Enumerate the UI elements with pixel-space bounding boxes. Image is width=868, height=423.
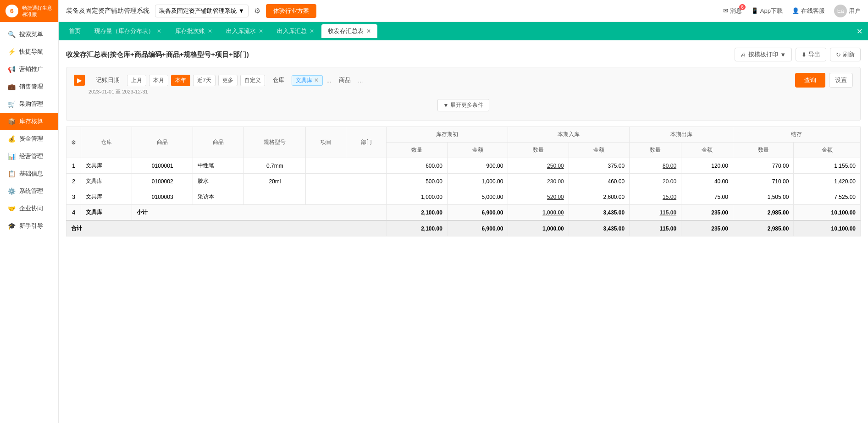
experience-button[interactable]: 体验行业方案 xyxy=(266,4,316,18)
row-dept xyxy=(346,158,387,174)
warehouse-tag[interactable]: 文具库 ✕ xyxy=(292,75,323,86)
sidebar-header[interactable]: 6 畅捷通好生意 标准版 xyxy=(0,0,58,22)
setting-button[interactable]: 设置 xyxy=(829,73,853,88)
product-more[interactable]: ... xyxy=(358,77,363,84)
total-close-qty: 2,985.00 xyxy=(733,220,793,236)
filter-toggle-button[interactable]: ▶ xyxy=(74,75,85,86)
name-column-header: 商品 xyxy=(193,127,243,158)
total-open-amt: 6,900.00 xyxy=(447,220,508,236)
date-range-display: 2023-01-01 至 2023-12-31 xyxy=(88,89,148,94)
row-spec xyxy=(244,189,306,205)
row-spec: 20ml xyxy=(244,174,306,189)
subtotal-warehouse: 文具库 xyxy=(81,205,132,221)
chevron-down-icon: ▼ xyxy=(238,7,244,14)
date-filters: 上月 本月 本年 近7天 更多 自定义 xyxy=(127,75,265,86)
row-out-qty[interactable]: 80.00 xyxy=(630,158,681,174)
sidebar-item-search[interactable]: 🔍 搜索菜单 xyxy=(0,26,58,43)
row-no: 1 xyxy=(66,158,81,174)
sidebar-item-purchase[interactable]: 🛒 采购管理 xyxy=(0,95,58,113)
warehouse-more[interactable]: ... xyxy=(326,77,332,84)
warehouse-tag-close[interactable]: ✕ xyxy=(314,77,319,83)
tab-close-inventory-dist[interactable]: ✕ xyxy=(157,28,161,34)
tab-close-inout-summary[interactable]: ✕ xyxy=(310,28,314,34)
sidebar-item-system[interactable]: ⚙️ 系统管理 xyxy=(0,182,58,200)
marketing-icon: 📢 xyxy=(7,65,16,73)
tab-close-batch[interactable]: ✕ xyxy=(208,28,212,34)
gear-icon[interactable]: ⚙ xyxy=(254,6,260,15)
date-last-month[interactable]: 上月 xyxy=(127,75,146,86)
tab-bar-close-button[interactable]: ✕ xyxy=(855,25,864,38)
export-button[interactable]: ⬇ 导出 xyxy=(796,48,826,61)
purchase-icon: 🛒 xyxy=(7,100,16,108)
out-group-header: 本期出库 xyxy=(630,127,733,143)
tab-close-inout-flow[interactable]: ✕ xyxy=(259,28,263,34)
tab-close-receivable-summary[interactable]: ✕ xyxy=(366,28,371,34)
user-menu[interactable]: Ea 用户 xyxy=(834,5,861,17)
row-in-qty[interactable]: 250.00 xyxy=(508,158,569,174)
sidebar-item-inventory[interactable]: 📦 库存核算 xyxy=(0,113,58,130)
out-qty-header: 数量 xyxy=(630,143,681,158)
sidebar-item-enterprise[interactable]: 🤝 企业协同 xyxy=(0,200,58,217)
row-out-amt: 40.00 xyxy=(681,174,733,189)
sidebar-item-guide[interactable]: 🎓 新手引导 xyxy=(0,217,58,235)
row-in-amt: 375.00 xyxy=(569,158,629,174)
tab-inout-summary[interactable]: 出入库汇总 ✕ xyxy=(271,24,321,38)
subtotal-close-qty: 2,985.00 xyxy=(733,205,793,221)
sidebar-item-operations[interactable]: 📊 经营管理 xyxy=(0,148,58,165)
message-button[interactable]: ✉ 消息 6 xyxy=(723,7,742,15)
main-content: 装备及固定资产辅助管理系统 装备及固定资产辅助管理系统 ▼ ⚙ 体验行业方案 ✉… xyxy=(59,0,868,423)
sidebar-item-sales[interactable]: 💼 销售管理 xyxy=(0,78,58,95)
sidebar-item-finance[interactable]: 💰 资金管理 xyxy=(0,130,58,148)
out-amt-header: 金额 xyxy=(681,143,733,158)
page-content: 收发存汇总表(按仓库+商品编码+商品+规格型号+项目+部门) 🖨 按模板打印 ▼… xyxy=(59,40,868,423)
subtotal-row: 4 文具库 小计 2,100.00 6,900.00 1,000.00 3,43… xyxy=(66,205,861,221)
page-actions: 🖨 按模板打印 ▼ ⬇ 导出 ↻ 刷新 xyxy=(735,48,861,61)
row-code: 0100003 xyxy=(132,189,193,205)
query-button[interactable]: 查询 xyxy=(795,73,825,88)
refresh-button[interactable]: ↻ 刷新 xyxy=(830,48,861,61)
sidebar-item-marketing[interactable]: 📢 营销推广 xyxy=(0,60,58,78)
row-project xyxy=(306,189,346,205)
row-in-qty[interactable]: 230.00 xyxy=(508,174,569,189)
row-code: 0100001 xyxy=(132,158,193,174)
row-open-qty: 600.00 xyxy=(387,158,447,174)
mobile-icon: 📱 xyxy=(751,7,758,14)
tab-home[interactable]: 首页 xyxy=(62,24,87,38)
tab-inventory-dist[interactable]: 现存量（库存分布表） ✕ xyxy=(88,24,168,38)
row-out-qty[interactable]: 20.00 xyxy=(630,174,681,189)
online-service-button[interactable]: 👤 在线客服 xyxy=(792,7,825,15)
system-dropdown[interactable]: 装备及固定资产辅助管理系统 ▼ xyxy=(155,5,249,17)
in-qty-header: 数量 xyxy=(508,143,569,158)
row-in-qty[interactable]: 520.00 xyxy=(508,189,569,205)
expand-icon: ▼ xyxy=(443,102,449,109)
tab-receivable-summary[interactable]: 收发存汇总表 ✕ xyxy=(321,24,377,38)
print-button[interactable]: 🖨 按模板打印 ▼ xyxy=(735,48,792,61)
row-spec: 0.7mm xyxy=(244,158,306,174)
row-out-qty[interactable]: 15.00 xyxy=(630,189,681,205)
date-7days[interactable]: 近7天 xyxy=(193,75,216,86)
date-custom[interactable]: 自定义 xyxy=(240,75,265,86)
tab-batch[interactable]: 库存批次账 ✕ xyxy=(169,24,219,38)
tab-inout-flow[interactable]: 出入库流水 ✕ xyxy=(220,24,270,38)
top-bar: 装备及固定资产辅助管理系统 装备及固定资产辅助管理系统 ▼ ⚙ 体验行业方案 ✉… xyxy=(59,0,868,22)
page-header: 收发存汇总表(按仓库+商品编码+商品+规格型号+项目+部门) 🖨 按模板打印 ▼… xyxy=(66,48,861,61)
close-amt-header: 金额 xyxy=(794,143,861,158)
row-out-amt: 120.00 xyxy=(681,158,733,174)
warehouse-filter-label: 仓库 xyxy=(272,76,284,84)
date-more[interactable]: 更多 xyxy=(218,75,238,86)
app-download-button[interactable]: 📱 App下载 xyxy=(751,7,783,15)
date-this-month[interactable]: 本月 xyxy=(149,75,168,86)
table-settings-header[interactable]: ⚙ xyxy=(66,127,81,158)
export-icon: ⬇ xyxy=(802,51,807,58)
sidebar-item-basic-info[interactable]: 📋 基础信息 xyxy=(0,165,58,182)
row-open-amt: 5,000.00 xyxy=(447,189,508,205)
in-group-header: 本期入库 xyxy=(508,127,630,143)
open-qty-header: 数量 xyxy=(387,143,447,158)
row-close-qty: 1,505.00 xyxy=(733,189,793,205)
subtotal-close-amt: 10,100.00 xyxy=(794,205,861,221)
date-this-year[interactable]: 本年 xyxy=(171,75,190,86)
enterprise-icon: 🤝 xyxy=(7,204,16,213)
expand-button[interactable]: ▼ 展开更多条件 xyxy=(437,99,490,111)
sidebar-item-quick-nav[interactable]: ⚡ 快捷导航 xyxy=(0,43,58,60)
basic-info-icon: 📋 xyxy=(7,170,16,178)
